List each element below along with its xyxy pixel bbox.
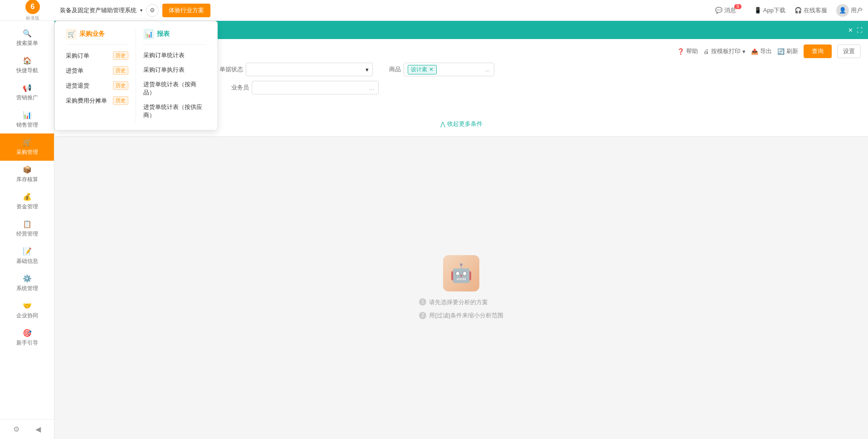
- salesperson-label: 业务员: [231, 84, 249, 92]
- sidebar-basic-label: 基础信息: [16, 257, 38, 265]
- top-bar-right: 💬 消息 9 📱 App下载 🎧 在线客服 👤 用户: [715, 4, 863, 17]
- empty-hints: 1 请先选择要分析的方案 2 用[过滤]条件来缩小分析范围: [419, 297, 503, 321]
- inventory-icon: 📦: [23, 165, 32, 174]
- sidebar-guide-label: 新手引导: [16, 339, 38, 347]
- menu-item-order-exec[interactable]: 采购订单执行表: [143, 63, 206, 77]
- collapse-icon: ⋀: [440, 121, 445, 128]
- industry-button[interactable]: 体验行业方案: [162, 4, 210, 17]
- sales-icon: 📊: [23, 111, 32, 119]
- return-history-tag: 历史: [113, 81, 128, 90]
- print-button[interactable]: 🖨 按模板打印 ▾: [703, 44, 746, 58]
- operations-icon: 📋: [23, 220, 32, 228]
- incoming-stats-supplier-label: 进货单统计表（按供应商）: [143, 103, 206, 119]
- tab-close-all-icon[interactable]: ✕: [848, 27, 853, 34]
- goods-more: …: [485, 66, 490, 73]
- empty-state: 🤖 1 请先选择要分析的方案 2 用[过滤]条件来缩小分析范围: [419, 255, 503, 321]
- sidebar-collapse-icon[interactable]: ◀: [35, 425, 41, 434]
- query-button[interactable]: 查询: [804, 44, 832, 58]
- refresh-icon: 🔄: [777, 48, 785, 55]
- incoming-stats-goods-label: 进货单统计表（按商品）: [143, 80, 206, 97]
- sidebar-item-marketing[interactable]: 📢 营销推广: [0, 79, 54, 106]
- sidebar-item-operations[interactable]: 📋 经营管理: [0, 215, 54, 242]
- purchase-business-header: 🛒 采购业务: [66, 29, 128, 44]
- order-stats-label: 采购订单统计表: [143, 51, 185, 59]
- sidebar-item-inventory[interactable]: 📦 库存核算: [0, 161, 54, 188]
- sidebar-item-purchase[interactable]: 🛒 采购管理: [0, 133, 54, 161]
- incoming-label: 进货单: [66, 67, 83, 75]
- export-icon: 📤: [751, 48, 758, 55]
- gear-button[interactable]: ⚙: [146, 4, 159, 17]
- goods-tag-close[interactable]: ✕: [429, 66, 434, 73]
- refresh-label: 刷新: [786, 47, 798, 55]
- expense-history-tag: 历史: [113, 96, 128, 105]
- goods-select[interactable]: 设计素 ✕ …: [404, 63, 494, 76]
- sidebar-item-guide[interactable]: 🎯 新手引导: [0, 324, 54, 351]
- user-label: 用户: [851, 6, 863, 15]
- step-1-num: 1: [419, 298, 426, 306]
- empty-illustration: 🤖: [443, 255, 479, 291]
- menu-item-incoming-stats-supplier[interactable]: 进货单统计表（按供应商）: [143, 100, 206, 123]
- help-label: 帮助: [686, 47, 698, 55]
- doc-status-label: 单据状态: [219, 65, 243, 74]
- user-avatar: 👤: [836, 4, 849, 17]
- finance-icon: 💰: [23, 192, 32, 201]
- home-icon: 🏠: [23, 56, 32, 65]
- purchase-order-label: 采购订单: [66, 52, 89, 60]
- phone-icon: 📱: [754, 7, 761, 14]
- menu-item-return[interactable]: 进货退货 历史: [66, 78, 128, 93]
- doc-status-filter: 单据状态 ▾: [219, 63, 373, 76]
- return-label: 进货退货: [66, 82, 89, 90]
- logo-icon: 6: [25, 0, 40, 14]
- app-download-label: App下载: [763, 6, 785, 15]
- message-button[interactable]: 💬 消息 9: [715, 6, 745, 15]
- marketing-icon: 📢: [23, 84, 32, 92]
- sidebar-item-sales[interactable]: 📊 销售管理: [0, 106, 54, 133]
- user-button[interactable]: 👤 用户: [836, 4, 863, 17]
- doc-status-select[interactable]: ▾: [246, 63, 373, 76]
- order-exec-label: 采购订单执行表: [143, 66, 185, 74]
- collapse-label: 收起更多条件: [447, 120, 483, 128]
- sidebar-item-basic[interactable]: 📝 基础信息: [0, 242, 54, 270]
- menu-item-purchase-order[interactable]: 采购订单 历史: [66, 48, 128, 63]
- sidebar-item-finance[interactable]: 💰 资金管理: [0, 188, 54, 215]
- app-download-button[interactable]: 📱 App下载: [754, 6, 785, 15]
- sidebar-item-system[interactable]: ⚙️ 系统管理: [0, 270, 54, 297]
- logo: 6 标准版: [5, 0, 60, 21]
- doc-status-arrow: ▾: [366, 66, 369, 73]
- incoming-history-tag: 历史: [113, 66, 128, 75]
- expense-label: 采购费用分摊单: [66, 97, 107, 105]
- sidebar-finance-label: 资金管理: [16, 203, 38, 211]
- menu-item-incoming[interactable]: 进货单 历史: [66, 63, 128, 78]
- tab-expand-icon[interactable]: ⛶: [857, 27, 863, 34]
- empty-hint-1: 请先选择要分析的方案: [429, 297, 488, 307]
- sidebar-purchase-label: 采购管理: [16, 148, 38, 156]
- purchase-business-col: 🛒 采购业务 采购订单 历史 进货单 历史 进货退货 历史 采购费用分摊单 历史: [62, 29, 136, 123]
- sidebar-item-search[interactable]: 🔍 搜索菜单: [0, 25, 54, 52]
- sidebar-settings-icon[interactable]: ⚙: [13, 425, 20, 434]
- purchase-dropdown-menu: 🛒 采购业务 采购订单 历史 进货单 历史 进货退货 历史 采购费用分摊单 历史…: [54, 21, 218, 130]
- system-name: 装备及固定资产辅助管理系统: [60, 6, 137, 15]
- sidebar-item-collab[interactable]: 🤝 企业协同: [0, 297, 54, 324]
- logo-text: 标准版: [26, 15, 39, 21]
- sidebar-system-label: 系统管理: [16, 285, 38, 292]
- sidebar-sales-label: 销售管理: [16, 121, 38, 129]
- menu-item-order-stats[interactable]: 采购订单统计表: [143, 48, 206, 63]
- menu-item-expense[interactable]: 采购费用分摊单 历史: [66, 93, 128, 108]
- sidebar-marketing-label: 营销推广: [16, 94, 38, 102]
- print-label: 按模板打印: [711, 47, 741, 55]
- settings-button[interactable]: 设置: [837, 44, 861, 58]
- tab-bar-right: ✕ ⛶: [848, 27, 868, 34]
- purchase-col-icon: 🛒: [66, 29, 77, 39]
- salesperson-select[interactable]: …: [252, 81, 379, 94]
- online-service-button[interactable]: 🎧 在线客服: [795, 6, 827, 15]
- help-button[interactable]: ❓ 帮助: [677, 44, 698, 58]
- refresh-button[interactable]: 🔄 刷新: [777, 44, 798, 58]
- guide-icon: 🎯: [23, 329, 32, 337]
- export-button[interactable]: 📤 导出: [751, 44, 772, 58]
- message-icon: 💬: [715, 7, 722, 14]
- sidebar-item-home[interactable]: 🏠 快捷导航: [0, 52, 54, 79]
- system-dropdown-arrow[interactable]: ▾: [140, 8, 142, 13]
- sidebar-operations-label: 经营管理: [16, 230, 38, 238]
- sidebar-home-label: 快捷导航: [16, 67, 38, 74]
- menu-item-incoming-stats-goods[interactable]: 进货单统计表（按商品）: [143, 77, 206, 100]
